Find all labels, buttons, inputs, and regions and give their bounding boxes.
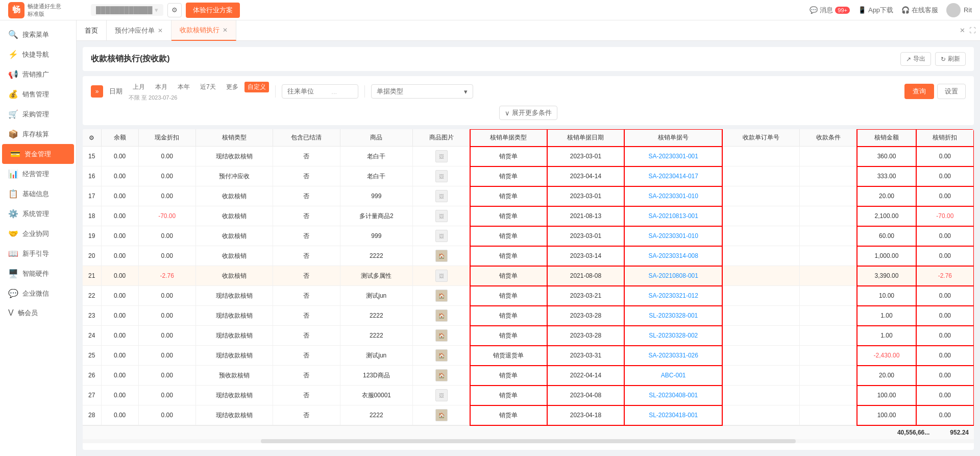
date-btn-this-year[interactable]: 本年 [174,81,194,93]
date-btn-this-month[interactable]: 本月 [151,81,172,93]
date-btn-custom[interactable]: 自定义 [244,82,269,92]
cell-goods-img: 🖼 [413,206,470,226]
notification-badge: 99+ [835,7,850,14]
voucher-type-selector[interactable]: 单据类型 ▾ [371,84,473,99]
online-service-area[interactable]: 🎧 在线客服 [901,6,938,15]
sidebar-item-enterprise[interactable]: 🤝 企业协同 [0,224,76,244]
sidebar-item-inventory[interactable]: 📦 库存核算 [0,124,76,144]
cell-goods: 2222 [340,246,413,266]
cell-seq: 15 [83,147,101,166]
sidebar-item-shortcut[interactable]: ⚡ 快捷导航 [0,44,76,64]
cell-settled: 否 [273,366,340,386]
sidebar-item-member[interactable]: V 畅会员 [0,303,76,323]
setting-button[interactable]: 设置 [937,84,966,99]
sidebar-item-guide[interactable]: 📖 新手引导 [0,244,76,263]
notification-area[interactable]: 💬 消息 99+ [810,6,850,15]
doc-no-link[interactable]: SL-20230418-001 [649,412,698,419]
doc-no-link[interactable]: ABC-001 [661,372,686,379]
table-row: 17 0.00 0.00 收款核销 否 999 🖼 销货单 2023-03-01… [83,186,974,206]
cell-writeoff-type: 收款核销 [195,226,273,246]
sidebar-item-system[interactable]: ⚙️ 系统管理 [0,204,76,224]
sidebar-item-hardware[interactable]: 🖥️ 智能硬件 [0,263,76,283]
cell-writeoff-type: 收款核销 [195,186,273,206]
company-selector[interactable]: ████████████ ▾ [91,4,163,16]
tab-writeoff[interactable]: 收款核销执行 ✕ [172,20,236,41]
filter-expand-button[interactable]: » [91,85,103,98]
cell-goods: 测试jun [340,286,413,306]
cell-settled: 否 [273,266,340,286]
cell-receipt-cond [800,346,857,366]
sidebar-label-search: 搜索菜单 [22,30,49,39]
date-btn-last-month[interactable]: 上月 [129,81,149,93]
refresh-button[interactable]: ↻ 刷新 [935,52,966,66]
expand-more-button[interactable]: ∨ 展开更多条件 [499,106,557,120]
sidebar-item-marketing[interactable]: 📢 营销推广 [0,64,76,84]
sidebar-item-sales[interactable]: 💰 销售管理 [0,84,76,104]
window-expand-icon[interactable]: ⛶ [969,27,976,34]
app-download-area[interactable]: 📱 App下载 [858,6,893,15]
cell-cash-discount: 0.00 [138,147,195,166]
window-close-icon[interactable]: ✕ [960,27,965,34]
industry-button[interactable]: 体验行业方案 [186,3,240,18]
cell-doc-date: 2023-03-01 [547,186,624,206]
table-row: 23 0.00 0.00 现结收款核销 否 2222 🏠 销货单 2023-03… [83,306,974,326]
doc-no-link[interactable]: SA-20230414-017 [648,173,698,180]
cell-amount: 1.00 [857,326,917,346]
col-settled: 包含已结清 [273,129,340,147]
doc-no-link[interactable]: SL-20230328-001 [649,312,698,319]
wechat-icon: 💬 [8,289,18,298]
doc-no-link[interactable]: SL-20230408-001 [649,392,698,399]
sidebar-item-operations[interactable]: 📊 经营管理 [0,164,76,184]
sidebar-item-wechat[interactable]: 💬 企业微信 [0,283,76,303]
cell-receipt-order [722,147,799,166]
cell-goods-img: 🖼 [413,186,470,206]
col-discount: 核销折扣 [916,129,973,147]
doc-no-link[interactable]: SL-20230328-002 [649,332,698,339]
sidebar-item-purchase[interactable]: 🛒 采购管理 [0,104,76,124]
sidebar-label-member: 畅会员 [18,308,38,318]
filter-divider2 [364,85,365,98]
data-table-container: ⚙ 余额 现金折扣 核销类型 包含已结清 商品 商品图片 核销单据类型 核销单据… [83,129,974,450]
goods-image: 🏠 [435,409,448,421]
doc-no-link[interactable]: SA-20210808-001 [648,272,698,279]
cell-receipt-order [722,246,799,266]
goods-image: 🖼 [435,270,448,282]
sidebar-item-basics[interactable]: 📋 基础信息 [0,184,76,204]
query-button[interactable]: 查询 [904,84,934,99]
doc-no-link[interactable]: SA-20230331-026 [648,352,698,359]
tab-prepay-close[interactable]: ✕ [158,27,163,34]
doc-no-link[interactable]: SA-20230301-010 [648,193,698,200]
cell-receipt-cond [800,405,857,425]
sidebar-item-search[interactable]: 🔍 搜索菜单 [0,25,76,44]
partner-selector[interactable]: 往来单位 ... [282,84,358,99]
doc-no-link[interactable]: SA-20230301-010 [648,232,698,239]
cell-doc-date: 2022-04-14 [547,366,624,386]
cell-doc-no: SA-20230301-010 [624,186,722,206]
tab-writeoff-close[interactable]: ✕ [223,27,228,34]
tab-home[interactable]: 首页 [77,20,107,41]
doc-no-link[interactable]: SA-20230321-012 [648,292,698,299]
col-settings[interactable]: ⚙ [83,129,101,147]
cell-receipt-order [722,166,799,186]
sidebar-item-finance[interactable]: 💳 资金管理 [2,144,74,164]
cell-discount: 0.00 [916,286,973,306]
goods-image: 🏠 [435,309,448,322]
cell-settled: 否 [273,286,340,306]
cell-receipt-cond [800,186,857,206]
goods-image: 🖼 [435,150,448,162]
horizontal-scrollbar[interactable] [83,439,974,443]
export-button[interactable]: ↗ 导出 [900,52,931,66]
cell-doc-type: 销货单 [470,326,547,346]
scrollbar-thumb[interactable] [261,439,796,443]
date-btn-more[interactable]: 更多 [222,81,242,93]
col-cash-discount: 现金折扣 [138,129,195,147]
date-btn-7days[interactable]: 近7天 [196,81,220,93]
doc-no-link[interactable]: SA-20210813-001 [648,212,698,220]
tab-prepay[interactable]: 预付冲应付单 ✕ [107,20,172,41]
doc-no-link[interactable]: SA-20230301-001 [648,153,698,160]
settings-icon[interactable]: ⚙ [167,3,182,17]
doc-no-link[interactable]: SA-20230314-008 [648,252,698,259]
cell-amount: 3,390.00 [857,266,917,286]
sidebar-label-finance: 资金管理 [24,150,51,159]
user-area[interactable]: Rit [946,3,972,17]
